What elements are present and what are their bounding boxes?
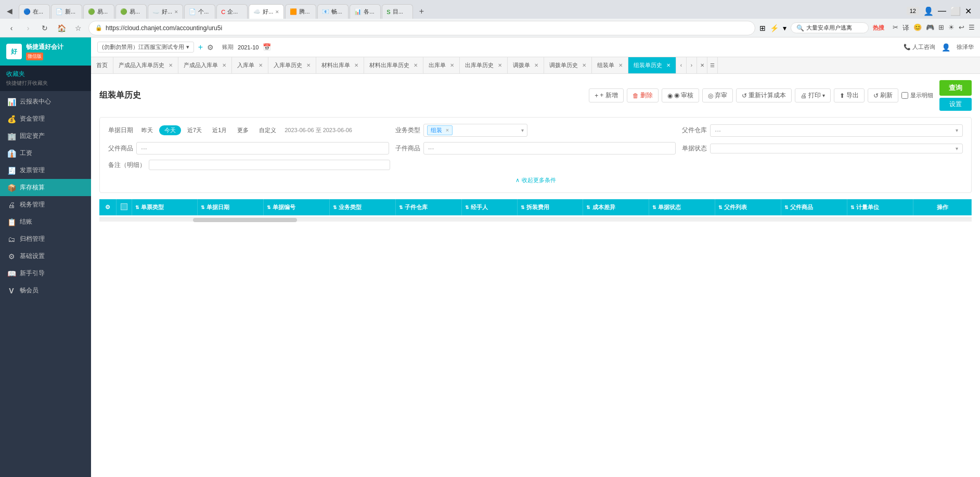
- browser-tab-5[interactable]: ☁️好...✕: [148, 4, 183, 19]
- parent-warehouse-dots[interactable]: ···: [715, 126, 721, 135]
- close-tab-6[interactable]: ✕: [414, 62, 418, 68]
- close-tab-12[interactable]: ✕: [666, 62, 670, 68]
- tab-in-order[interactable]: 入库单 ✕: [232, 57, 268, 74]
- col-child-warehouse[interactable]: ⇅ 子件仓库: [396, 199, 462, 215]
- sidebar-item-checkout[interactable]: 📋 结账: [0, 213, 91, 230]
- grid-icon[interactable]: ⊞: [938, 23, 944, 33]
- forward-nav-btn[interactable]: ›: [22, 22, 34, 34]
- browser-tab-9[interactable]: 🟧腾...: [285, 4, 316, 19]
- sidebar-item-settings[interactable]: ⚙ 基础设置: [0, 248, 91, 265]
- browser-tab-4[interactable]: 🟢易...: [115, 4, 147, 19]
- close-tab-9[interactable]: ✕: [534, 62, 538, 68]
- recalc-btn[interactable]: ↺ 重新计算成本: [736, 88, 792, 102]
- col-doc-status[interactable]: ⇅ 单据状态: [649, 199, 715, 215]
- close-tab-8[interactable]: ✕: [498, 62, 502, 68]
- close-tab-1[interactable]: ✕: [169, 62, 173, 68]
- tab-material-out[interactable]: 材料出库单 ✕: [316, 57, 364, 74]
- browser-tab-8[interactable]: ☁️好...✕: [249, 4, 284, 19]
- home-btn[interactable]: 🏠: [55, 22, 68, 34]
- menu-btn[interactable]: ☰: [969, 23, 975, 33]
- col-unit[interactable]: ⇅ 计量单位: [847, 199, 913, 215]
- undo-icon[interactable]: ↩: [959, 23, 964, 33]
- abandon-btn[interactable]: ◎ 弃审: [702, 88, 733, 102]
- tabbar-right-arrow[interactable]: ›: [687, 57, 697, 74]
- tab-product-in[interactable]: 产成品入库单 ✕: [178, 57, 232, 74]
- tab-assembly[interactable]: 组装单 ✕: [592, 57, 628, 74]
- col-settings[interactable]: ⚙: [99, 199, 116, 215]
- add-company-btn[interactable]: +: [198, 43, 203, 52]
- favorites-section[interactable]: 收藏夹 快捷键打开收藏夹: [0, 66, 91, 91]
- browser-tab-10[interactable]: 📧畅...: [317, 4, 349, 19]
- col-checkbox[interactable]: [116, 199, 132, 215]
- sidebar-item-archive[interactable]: 🗂 归档管理: [0, 230, 91, 248]
- scissors-icon[interactable]: ✂: [893, 23, 898, 33]
- tab-home[interactable]: 首页: [91, 57, 113, 74]
- close-tab-2[interactable]: ✕: [222, 62, 226, 68]
- biz-type-dropdown[interactable]: ▾: [521, 127, 524, 133]
- col-doc-number[interactable]: ⇅ 单据编号: [264, 199, 330, 215]
- user-name[interactable]: 徐泽华: [957, 43, 974, 51]
- nav-more-btn[interactable]: ▾: [783, 24, 786, 32]
- scrollbar-area[interactable]: [99, 217, 972, 222]
- refresh-btn[interactable]: ↺ 刷新: [868, 88, 898, 102]
- settings-btn[interactable]: 设置: [939, 98, 972, 111]
- tab-assembly-history[interactable]: 组装单历史 ✕: [628, 57, 676, 74]
- tab-material-out-history[interactable]: 材料出库单历史 ✕: [364, 57, 423, 74]
- sun-icon[interactable]: ☀: [948, 23, 955, 33]
- col-parent-item[interactable]: ⇅ 父件商品: [781, 199, 847, 215]
- doc-status-dropdown[interactable]: ▾: [956, 146, 958, 151]
- browser-tab-6[interactable]: 📄个...: [184, 4, 215, 19]
- biz-type-tag-close[interactable]: ×: [446, 127, 449, 133]
- tab-transfer-history[interactable]: 调拨单历史 ✕: [544, 57, 592, 74]
- period-value[interactable]: 2021-10: [238, 44, 259, 50]
- sidebar-item-vip[interactable]: V 畅会员: [0, 282, 91, 299]
- collapse-btn[interactable]: ∧ 收起更多条件: [108, 174, 963, 186]
- query-btn[interactable]: 查询: [939, 80, 972, 96]
- tabbar-close-btn[interactable]: ✕: [697, 57, 707, 74]
- back-nav-btn[interactable]: ‹: [5, 22, 18, 34]
- tab-product-in-history[interactable]: 产成品入库单历史 ✕: [113, 57, 178, 74]
- game-icon[interactable]: 🎮: [926, 23, 934, 33]
- date-btn-yesterday[interactable]: 昨天: [137, 125, 157, 135]
- qr-icon[interactable]: ⊞: [759, 24, 766, 32]
- bookmark-btn[interactable]: ☆: [72, 22, 84, 34]
- company-selector[interactable]: (勿删勿禁用）江西服宝测试专用 ▾: [97, 42, 194, 53]
- col-doc-date[interactable]: ⇅ 单据日期: [198, 199, 264, 215]
- col-disassemble-fee[interactable]: ⇅ 拆装费用: [517, 199, 583, 215]
- browser-tab-12[interactable]: S目...: [382, 4, 413, 19]
- date-btn-today[interactable]: 今天: [159, 125, 181, 135]
- close-tab-3[interactable]: ✕: [259, 62, 263, 68]
- browser-tab-2[interactable]: 📄新...: [51, 4, 82, 19]
- back-btn[interactable]: ◀: [4, 6, 15, 16]
- tab-out-history[interactable]: 出库单历史 ✕: [460, 57, 508, 74]
- close-tab-7[interactable]: ✕: [450, 62, 454, 68]
- tabbar-more-btn[interactable]: ☰: [707, 57, 718, 74]
- print-btn[interactable]: 🖨 打印 ▾: [795, 88, 831, 102]
- close-tab-11[interactable]: ✕: [618, 62, 623, 68]
- parent-warehouse-dropdown[interactable]: ▾: [956, 127, 958, 133]
- close-tab-10[interactable]: ✕: [582, 62, 586, 68]
- date-btn-7days[interactable]: 近7天: [183, 125, 206, 135]
- minimize-btn[interactable]: —: [938, 6, 946, 16]
- browser-tab-3[interactable]: 🟢易...: [83, 4, 114, 19]
- sidebar-item-tax[interactable]: 🖨 税务管理: [0, 196, 91, 213]
- col-biz-type[interactable]: ⇅ 业务类型: [330, 199, 396, 215]
- close-tab-4[interactable]: ✕: [306, 62, 311, 68]
- maximize-btn[interactable]: ⬜: [950, 6, 961, 16]
- col-doc-type[interactable]: ⇅ 单票类型: [132, 199, 198, 215]
- date-btn-1month[interactable]: 近1月: [208, 125, 231, 135]
- sidebar-item-guide[interactable]: 📖 新手引导: [0, 265, 91, 282]
- sidebar-item-invoice[interactable]: 🧾 发票管理: [0, 162, 91, 179]
- new-tab-btn[interactable]: +: [414, 4, 429, 19]
- col-cost-diff[interactable]: ⇅ 成本差异: [583, 199, 649, 215]
- col-handler[interactable]: ⇅ 经手人: [462, 199, 517, 215]
- date-btn-custom[interactable]: 自定义: [255, 125, 280, 135]
- address-bar[interactable]: 🔒 https://cloud.chanjet.com/accounting/u…: [88, 21, 755, 35]
- select-all-checkbox[interactable]: [121, 203, 127, 210]
- sidebar-item-reports[interactable]: 📊 云报表中心: [0, 93, 91, 110]
- sidebar-item-salary[interactable]: 👔 工资: [0, 145, 91, 162]
- new-btn[interactable]: + + 新增: [589, 88, 623, 102]
- close-btn[interactable]: ✕: [965, 6, 972, 16]
- display-detail-check[interactable]: 显示明细: [901, 92, 933, 99]
- close-tab-5[interactable]: ✕: [354, 62, 358, 68]
